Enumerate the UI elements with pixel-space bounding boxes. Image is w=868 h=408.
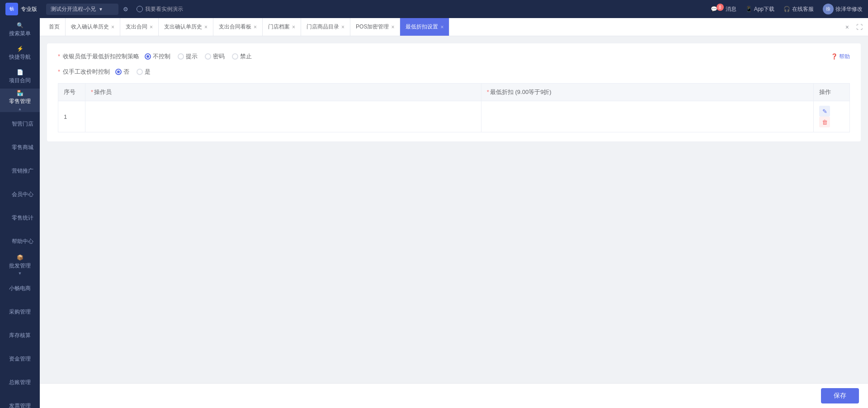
sidebar-item-label: 发票管理 <box>9 402 31 408</box>
sidebar-item-batch-manage[interactable]: 📦 批发管理 ▼ <box>0 253 40 277</box>
app-version-label: 专业版 <box>21 5 37 13</box>
settings-icon[interactable]: ⚙ <box>123 6 128 13</box>
sidebar-item-finance[interactable]: 资金管理 <box>0 347 40 370</box>
radio-prompt[interactable]: 提示 <box>178 52 198 61</box>
radio-yes[interactable]: 是 <box>137 68 151 76</box>
sidebar-item-label: 零售商城 <box>12 144 33 151</box>
radio-dot <box>146 55 149 58</box>
tab-close-icon[interactable]: × <box>341 24 344 30</box>
policy-form-row: * 收银员低于最低折扣控制策略 不控制 提示 <box>58 52 850 61</box>
sidebar-item-retail-mall[interactable]: 零售商城 <box>0 136 40 159</box>
sidebar-item-invoice[interactable]: 发票管理 <box>0 394 40 408</box>
tab-label: 门店档案 <box>268 23 290 31</box>
form-card: * 收银员低于最低折扣控制策略 不控制 提示 <box>47 43 861 141</box>
radio-no-control[interactable]: 不控制 <box>145 52 170 61</box>
batch-icon: 📦 <box>17 254 24 261</box>
tab-store-archive[interactable]: 门店档案 × <box>263 18 301 36</box>
tab-close-current-button[interactable]: × <box>844 23 851 32</box>
help-label: 帮助 <box>839 53 850 61</box>
sidebar-item-marketing[interactable]: 营销推广 <box>0 159 40 183</box>
radio-label: 提示 <box>186 52 198 61</box>
tab-payment-board[interactable]: 支出合同看板 × <box>213 18 263 36</box>
radio-circle <box>178 53 184 60</box>
sidebar-item-retail-manage[interactable]: 🏪 零售管理 ▲ <box>0 89 40 112</box>
table-header-row: 序号 *操作员 *最低折扣 (9.00等于9折) 操作 <box>58 84 850 101</box>
table-body: 1 ✎ 🗑 <box>58 101 850 132</box>
radio-label: 禁止 <box>240 52 252 61</box>
sidebar-item-label: 总账管理 <box>9 379 31 386</box>
tab-payment-confirm[interactable]: 支出确认单历史 × <box>159 18 213 36</box>
sidebar-item-help-center[interactable]: 帮助中心 <box>0 230 40 253</box>
edit-row-button[interactable]: ✎ <box>819 106 830 117</box>
radio-forbid[interactable]: 禁止 <box>232 52 252 61</box>
tab-payment-contract[interactable]: 支出合同 × <box>120 18 159 36</box>
tab-close-icon[interactable]: × <box>150 24 153 30</box>
tab-close-icon[interactable]: × <box>440 24 443 30</box>
sidebar-item-label: 库存核算 <box>9 332 31 339</box>
tab-close-icon[interactable]: × <box>292 24 295 30</box>
required-star: * <box>58 53 60 60</box>
user-menu-button[interactable]: 徐 徐泽华修改 <box>823 4 863 14</box>
sidebar-item-ecommerce[interactable]: 小畅电商 <box>0 277 40 300</box>
sidebar: 🔍 搜索菜单 ⚡ 快捷导航 📄 项目合同 🏪 零售管理 ▲ 智营门店 零售商城 … <box>0 18 40 408</box>
demo-label: 我要看实例演示 <box>145 5 183 13</box>
demo-circle-icon <box>137 6 143 12</box>
tab-close-icon[interactable]: × <box>111 24 114 30</box>
help-link[interactable]: ❓ 帮助 <box>831 53 850 61</box>
tab-close-icon[interactable]: × <box>391 24 394 30</box>
sidebar-item-shortcut[interactable]: ⚡ 快捷导航 <box>0 42 40 65</box>
radio-dot <box>117 70 120 73</box>
tab-close-icon[interactable]: × <box>254 24 257 30</box>
sidebar-item-purchase[interactable]: 采购管理 <box>0 300 40 324</box>
user-name: 徐泽华修改 <box>835 5 863 13</box>
required-star: * <box>58 68 60 75</box>
app-download-button[interactable]: 📱 App下载 <box>745 5 774 13</box>
tab-pos-pwd[interactable]: POS加密管理 × <box>350 18 400 36</box>
sidebar-item-label: 零售统计 <box>12 214 33 222</box>
sidebar-item-label: 会员中心 <box>12 191 33 198</box>
sidebar-item-label: 智营门店 <box>12 120 33 128</box>
top-bar-right: 💬 8 消息 📱 App下载 🎧 在线客服 徐 徐泽华修改 <box>711 4 863 14</box>
sidebar-item-member[interactable]: 会员中心 <box>0 183 40 206</box>
radio-label: 否 <box>123 68 129 76</box>
app-download-label: App下载 <box>754 5 774 13</box>
manual-form-row: * 仅手工改价时控制 否 是 <box>58 68 850 76</box>
radio-no[interactable]: 否 <box>115 68 129 76</box>
tab-label: 支出确认单历史 <box>164 23 202 31</box>
sidebar-item-label: 批发管理 <box>9 262 31 270</box>
tab-expand-button[interactable]: ⛶ <box>854 23 864 32</box>
sidebar-item-smart-store[interactable]: 智营门店 <box>0 112 40 136</box>
content-area: 首页 收入确认单历史 × 支出合同 × 支出确认单历史 × 支出合同看板 × 门… <box>40 18 868 408</box>
project-name: 测试分开流程-小兄 <box>51 5 96 13</box>
tab-income-confirm[interactable]: 收入确认单历史 × <box>66 18 120 36</box>
project-selector[interactable]: 测试分开流程-小兄 ▼ <box>46 4 118 15</box>
table-row: 1 ✎ 🗑 <box>58 101 850 132</box>
tab-min-discount[interactable]: 最低折扣设置 × <box>400 18 449 36</box>
sidebar-item-label: 快捷导航 <box>9 53 31 61</box>
avatar-initials: 徐 <box>826 6 830 12</box>
sidebar-item-label: 资金管理 <box>9 355 31 363</box>
manual-label: * 仅手工改价时控制 <box>58 68 110 76</box>
radio-password[interactable]: 密码 <box>205 52 225 61</box>
tab-home[interactable]: 首页 <box>43 18 66 36</box>
cell-operator <box>85 101 481 132</box>
save-button[interactable]: 保存 <box>821 388 859 403</box>
top-bar: 畅 专业版 测试分开流程-小兄 ▼ ⚙ 我要看实例演示 💬 8 消息 📱 App… <box>0 0 868 18</box>
sidebar-item-search[interactable]: 🔍 搜索菜单 <box>0 18 40 42</box>
radio-circle <box>205 53 211 60</box>
sidebar-item-retail-stats[interactable]: 零售统计 <box>0 206 40 230</box>
cell-action: ✎ 🗑 <box>814 101 850 132</box>
tab-close-icon[interactable]: × <box>204 24 208 30</box>
message-button[interactable]: 💬 8 消息 <box>711 5 736 13</box>
tab-store-product[interactable]: 门店商品目录 × <box>301 18 350 36</box>
sidebar-item-inventory[interactable]: 库存核算 <box>0 324 40 347</box>
sidebar-item-label: 项目合同 <box>9 77 31 84</box>
radio-label: 不控制 <box>153 52 170 61</box>
sidebar-item-ledger[interactable]: 总账管理 <box>0 370 40 394</box>
online-support-button[interactable]: 🎧 在线客服 <box>783 5 814 13</box>
bottom-bar: 保存 <box>40 383 868 408</box>
sidebar-item-project-contract[interactable]: 📄 项目合同 <box>0 65 40 89</box>
delete-row-button[interactable]: 🗑 <box>819 117 830 127</box>
demo-link[interactable]: 我要看实例演示 <box>137 5 183 13</box>
radio-circle <box>145 53 151 60</box>
